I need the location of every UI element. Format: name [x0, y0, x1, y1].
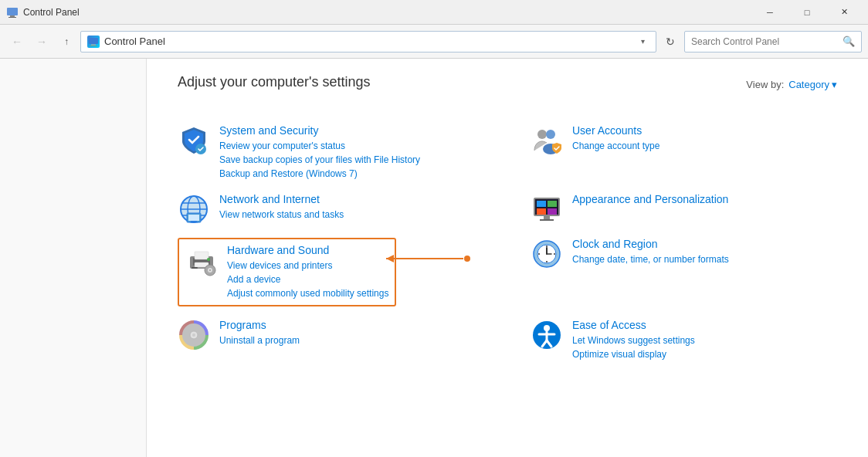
category-network[interactable]: Network and Internet View network status…: [178, 193, 484, 225]
system-link-2[interactable]: Save backup copies of your files with Fi…: [219, 153, 420, 167]
svg-rect-17: [188, 215, 199, 221]
hardware-highlight-box: Hardware and Sound View devices and prin…: [178, 238, 396, 306]
window-controls: ─ □ ✕: [752, 0, 862, 25]
hardware-link-1[interactable]: View devices and printers: [227, 259, 388, 273]
content-area: Adjust your computer's settings View by:…: [147, 59, 868, 457]
sidebar: [0, 59, 147, 457]
programs-icon: [178, 319, 210, 351]
svg-rect-1: [10, 15, 15, 17]
category-user-accounts[interactable]: User Accounts Change account type: [531, 124, 837, 181]
category-appearance[interactable]: Appearance and Personalization: [531, 193, 837, 225]
hardware-icon: [185, 244, 218, 276]
clock-info: Clock and Region Change date, time, or n…: [572, 238, 729, 266]
category-programs[interactable]: Programs Uninstall a program: [178, 319, 484, 361]
app-icon: [6, 6, 19, 19]
ease-title[interactable]: Ease of Access: [572, 319, 695, 331]
hardware-info: Hardware and Sound View devices and prin…: [227, 244, 388, 300]
clock-icon: [531, 238, 563, 270]
category-system-security[interactable]: System and Security Review your computer…: [178, 124, 484, 181]
category-ease[interactable]: Ease of Access Let Windows suggest setti…: [531, 319, 837, 361]
network-icon: [178, 193, 210, 225]
svg-rect-26: [540, 219, 554, 221]
viewby-dropdown-icon: ▾: [832, 79, 837, 90]
svg-point-35: [209, 269, 211, 271]
appearance-info: Appearance and Personalization: [572, 193, 728, 208]
svg-rect-24: [548, 208, 557, 215]
ease-link-1[interactable]: Let Windows suggest settings: [572, 333, 695, 347]
viewby-value[interactable]: Category ▾: [788, 79, 837, 90]
minimize-button[interactable]: ─: [752, 0, 788, 25]
svg-rect-29: [195, 252, 209, 259]
hardware-link-2[interactable]: Add a device: [227, 273, 388, 286]
svg-point-31: [207, 258, 210, 261]
ease-link-2[interactable]: Optimize visual display: [572, 347, 695, 361]
user-accounts-icon: [531, 124, 563, 157]
user-link-1[interactable]: Change account type: [572, 139, 659, 153]
clock-link-1[interactable]: Change date, time, or number formats: [572, 252, 729, 266]
appearance-title[interactable]: Appearance and Personalization: [572, 193, 728, 205]
network-link-1[interactable]: View network status and tasks: [219, 208, 344, 222]
refresh-button[interactable]: ↻: [659, 31, 681, 52]
svg-rect-25: [544, 216, 550, 219]
address-box[interactable]: Control Panel ▾: [80, 31, 656, 52]
svg-rect-21: [537, 201, 546, 207]
svg-point-44: [546, 245, 548, 247]
system-security-title[interactable]: System and Security: [219, 124, 420, 137]
programs-title[interactable]: Programs: [219, 319, 300, 331]
svg-point-38: [464, 256, 470, 262]
svg-rect-32: [192, 267, 198, 269]
network-title[interactable]: Network and Internet: [219, 193, 344, 205]
hardware-title[interactable]: Hardware and Sound: [227, 244, 388, 256]
svg-rect-22: [548, 201, 557, 207]
system-link-3[interactable]: Backup and Restore (Windows 7): [219, 167, 420, 181]
search-box[interactable]: 🔍: [684, 31, 862, 52]
svg-point-45: [546, 261, 548, 262]
page-title: Adjust your computer's settings: [178, 74, 371, 90]
ease-icon: [531, 319, 563, 351]
viewby-label: View by:: [746, 79, 784, 90]
svg-rect-2: [8, 17, 16, 18]
svg-point-7: [537, 130, 547, 139]
clock-title[interactable]: Clock and Region: [572, 238, 729, 250]
main-content: Adjust your computer's settings View by:…: [0, 59, 868, 457]
address-dropdown-icon[interactable]: ▾: [636, 35, 649, 49]
svg-rect-23: [537, 208, 546, 215]
address-bar-icon: [87, 36, 100, 48]
user-accounts-info: User Accounts Change account type: [572, 124, 659, 153]
address-bar: ← → ↑ Control Panel ▾ ↻ 🔍: [0, 25, 868, 59]
user-accounts-title[interactable]: User Accounts: [572, 124, 659, 137]
svg-rect-18: [191, 221, 197, 222]
up-button[interactable]: ↑: [56, 31, 77, 52]
svg-rect-5: [90, 46, 97, 46]
close-button[interactable]: ✕: [826, 0, 862, 25]
programs-info: Programs Uninstall a program: [219, 319, 300, 347]
categories-grid: System and Security Review your computer…: [178, 124, 837, 361]
ease-info: Ease of Access Let Windows suggest setti…: [572, 319, 695, 361]
title-bar-text: Control Panel: [23, 7, 752, 18]
appearance-icon: [531, 193, 563, 225]
svg-point-8: [546, 130, 555, 139]
hardware-link-3[interactable]: Adjust commonly used mobility settings: [227, 286, 388, 300]
maximize-button[interactable]: □: [789, 0, 825, 25]
category-hardware[interactable]: Hardware and Sound View devices and prin…: [178, 238, 484, 306]
svg-rect-4: [91, 44, 96, 46]
network-info: Network and Internet View network status…: [219, 193, 344, 222]
forward-button[interactable]: →: [31, 31, 53, 52]
back-button[interactable]: ←: [6, 31, 28, 52]
search-icon: 🔍: [843, 36, 855, 47]
category-clock[interactable]: Clock and Region Change date, time, or n…: [531, 238, 837, 306]
svg-rect-3: [89, 38, 98, 44]
programs-link-1[interactable]: Uninstall a program: [219, 333, 300, 347]
system-link-1[interactable]: Review your computer's status: [219, 139, 420, 153]
svg-point-46: [538, 253, 540, 255]
system-security-info: System and Security Review your computer…: [219, 124, 420, 181]
search-input[interactable]: [691, 36, 843, 47]
svg-point-47: [554, 253, 555, 255]
svg-point-51: [192, 333, 195, 337]
breadcrumb-text: Control Panel: [104, 36, 165, 47]
svg-rect-0: [7, 8, 18, 15]
title-bar: Control Panel ─ □ ✕: [0, 0, 868, 25]
system-security-icon: [178, 124, 210, 157]
